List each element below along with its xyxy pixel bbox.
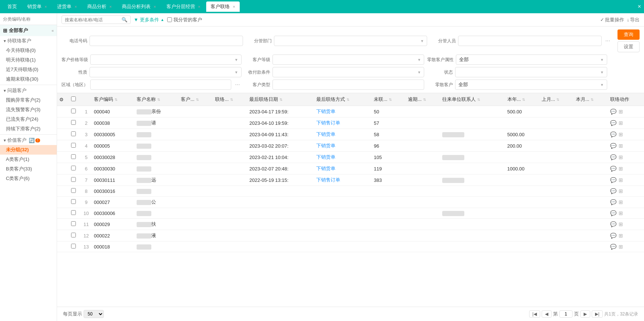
cell-last-method[interactable]: 下销货单 [314,152,372,163]
comment-icon[interactable]: 💬 [610,233,616,239]
payment-select[interactable]: ▼ [272,67,425,77]
row-checkbox[interactable] [71,143,76,148]
comment-icon[interactable]: 💬 [610,188,616,194]
sidebar-group-problem[interactable]: ▼ 问题客户 [0,86,57,95]
nature-select[interactable]: ▼ [89,67,242,77]
contact-method-link[interactable]: 下销售订单 [316,120,340,126]
manager-input[interactable] [458,36,601,46]
cell-checkbox[interactable] [69,174,81,186]
main-search-input[interactable] [65,17,120,22]
grid-action-icon[interactable]: ⊞ [619,131,623,137]
select-all-checkbox[interactable] [71,96,76,101]
row-checkbox[interactable] [71,120,76,125]
row-checkbox[interactable] [71,188,76,193]
grid-action-icon[interactable]: ⊞ [619,199,623,205]
row-checkbox[interactable] [71,131,76,136]
sidebar-all-customers[interactable]: ⊞ 全部客户 « [0,25,57,36]
sidebar-item-churned[interactable]: 已流失客户(24) [0,114,57,124]
contact-method-link[interactable]: 下销货单 [316,109,335,114]
close-tab-product-list[interactable]: × [154,4,156,9]
contact-method-link[interactable]: 下销售订单 [316,177,340,183]
batch-operations-btn[interactable]: ✓ 批量操作 [600,17,624,23]
window-close-button[interactable]: × [638,3,641,10]
row-checkbox[interactable] [71,210,76,215]
cell-checkbox[interactable] [69,129,81,140]
row-checkbox[interactable] [71,199,76,204]
more-conditions-btn[interactable]: ▼ 更多条件 ▲ [134,17,164,23]
row-checkbox[interactable] [71,233,76,237]
sidebar-item-class-b[interactable]: B类客户(33) [0,164,57,174]
sidebar-item-ungrouped[interactable]: 未分组(32) [0,145,57,155]
tab-home[interactable]: 首页 [3,1,21,12]
cell-checkbox[interactable] [69,186,81,197]
sidebar-search-input[interactable] [3,17,57,22]
cell-last-method[interactable]: 下销货单 [314,140,372,152]
cell-last-method[interactable]: 下销售订单 [314,174,372,186]
col-settings[interactable]: ⚙ [57,93,69,106]
grid-action-icon[interactable]: ⊞ [619,188,623,194]
export-btn[interactable]: ↓ 导出 [627,17,640,23]
comment-icon[interactable]: 💬 [610,131,616,137]
grid-action-icon[interactable]: ⊞ [619,154,623,160]
cell-checkbox[interactable] [69,140,81,152]
sidebar-group-value[interactable]: ▼ 价值客户 🔄 ! [0,135,57,145]
tab-customer-contact[interactable]: 客户联络 × [206,1,239,12]
row-checkbox[interactable] [71,109,76,113]
page-number-input[interactable] [559,310,573,318]
sidebar-item-abnormal[interactable]: 囤购异常客户(2) [0,95,57,105]
grid-action-icon[interactable]: ⊞ [619,244,623,250]
cell-last-method[interactable] [314,208,372,219]
grid-action-icon[interactable]: ⊞ [619,120,623,126]
contact-method-link[interactable]: 下销货单 [316,143,335,148]
comment-icon[interactable]: 💬 [610,244,616,250]
comment-icon[interactable]: 💬 [610,166,616,172]
query-btn[interactable]: 查询 [617,29,640,40]
cell-checkbox[interactable] [69,230,81,241]
cell-last-method[interactable] [314,219,372,230]
grid-action-icon[interactable]: ⊞ [619,109,623,114]
grid-action-icon[interactable]: ⊞ [619,233,623,239]
my-customers-check[interactable] [167,17,172,22]
close-tab-customer-seg[interactable]: × [198,4,200,9]
sidebar-group-pending[interactable]: ▼ 待联络客户 [0,36,57,46]
region-ellipsis[interactable]: ··· [233,81,241,88]
manager-ellipsis[interactable]: ··· [604,38,612,44]
comment-icon[interactable]: 💬 [610,177,616,183]
cell-last-method[interactable]: 下销货单 [314,129,372,140]
region-input[interactable] [90,80,231,90]
refresh-icon[interactable]: 🔄 [29,138,35,143]
comment-icon[interactable]: 💬 [610,120,616,126]
my-customers-checkbox[interactable]: 我分管的客户 [167,17,202,23]
grid-action-icon[interactable]: ⊞ [619,221,623,227]
tab-product-analysis-list[interactable]: 商品分析列表 × [117,1,160,12]
cell-checkbox[interactable] [69,241,81,252]
sidebar-item-today[interactable]: 今天待联络(0) [0,46,57,55]
reset-btn[interactable]: 设置 [617,41,640,52]
grid-action-icon[interactable]: ⊞ [619,166,623,172]
row-checkbox[interactable] [71,166,76,170]
comment-icon[interactable]: 💬 [610,109,616,114]
row-checkbox[interactable] [71,244,76,248]
sidebar-item-class-a[interactable]: A类客户(1) [0,155,57,164]
next-page-btn[interactable]: ▶ [580,310,590,318]
comment-icon[interactable]: 💬 [610,210,616,216]
cell-checkbox[interactable] [69,106,81,117]
main-search-icon[interactable]: 🔍 [122,17,127,22]
phone-input[interactable] [89,36,243,46]
prev-page-btn[interactable]: ◀ [542,310,552,318]
comment-icon[interactable]: 💬 [610,154,616,160]
per-page-select[interactable]: 50 100 200 [84,310,104,318]
tab-product-analysis[interactable]: 商品分析 × [83,1,116,12]
comment-icon[interactable]: 💬 [610,199,616,205]
sidebar-item-overdue[interactable]: 逾期未联络(30) [0,74,57,84]
grid-action-icon[interactable]: ⊞ [619,143,623,149]
close-tab-product-analysis[interactable]: × [109,4,112,9]
retail-attr-select[interactable]: 全部 ▼ [456,54,607,65]
cell-last-method[interactable] [314,241,372,252]
cell-checkbox[interactable] [69,208,81,219]
main-search-box[interactable]: 🔍 [61,15,131,24]
cell-last-method[interactable]: 下销售订单 [314,117,372,129]
dept-select[interactable]: ▼ [274,36,427,46]
cell-last-method[interactable]: 下销货单 [314,163,372,174]
cell-checkbox[interactable] [69,163,81,174]
